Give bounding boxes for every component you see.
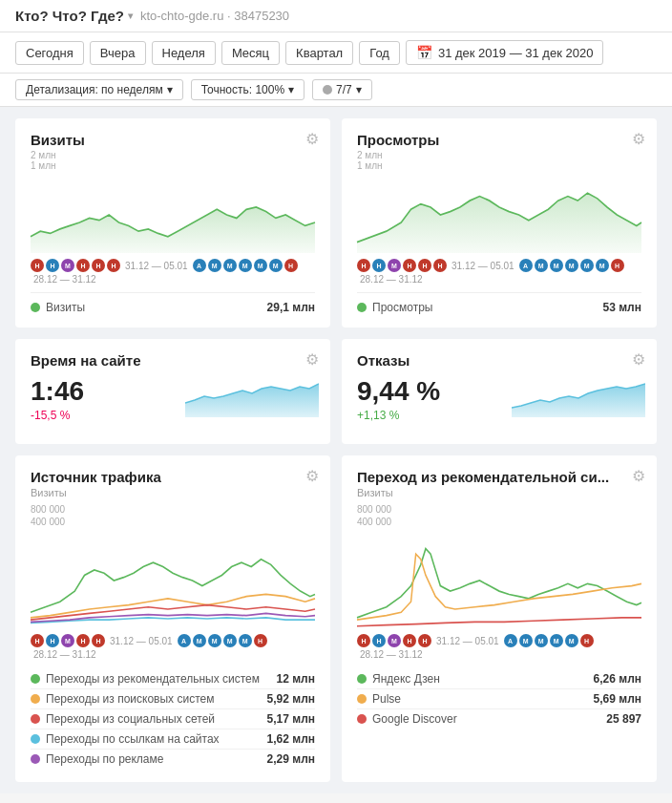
date-range-label: 31 дек 2019 — 31 дек 2020 [438, 46, 593, 60]
calendar-icon: 📅 [416, 45, 432, 60]
traffic-source-card: Источник трафика ⚙ Визиты 800 000 400 00… [15, 455, 330, 782]
site-url: kto-chto-gde.ru · 38475230 [140, 9, 289, 23]
pageviews-title: Просмотры [357, 132, 439, 148]
ts-gear[interactable]: ⚙ [305, 467, 319, 485]
period-year[interactable]: Год [359, 41, 400, 65]
ref-legend-2: Google Discover 25 897 [357, 708, 641, 729]
visits-label: Визиты [46, 301, 85, 314]
ts-chart [31, 533, 315, 628]
ts-y2: 400 000 [31, 517, 65, 527]
ts-legend-1: Переходы из поисковых систем 5,92 млн [31, 688, 315, 708]
top-bar: Кто? Что? Где? ▾ kto-chto-gde.ru · 38475… [0, 0, 672, 32]
visits-y1: 2 млн [31, 150, 56, 160]
period-week[interactable]: Неделя [152, 41, 216, 65]
ref-legend-1: Pulse 5,69 млн [357, 688, 641, 708]
site-name: Кто? Что? Где? [15, 8, 124, 24]
pv-y2: 1 млн [357, 160, 383, 171]
pageviews-card: Просмотры ⚙ 2 млн 1 млн [342, 118, 657, 328]
ts-period-markers: Н Н М Н Н 31.12 — 05.01 А М М М М Н 28.1… [31, 634, 315, 660]
ts-legend-3: Переходы по ссылкам на сайтах 1,62 млн [31, 729, 315, 749]
count-filter[interactable]: 7/7 ▾ [312, 79, 372, 100]
pageviews-gear[interactable]: ⚙ [632, 130, 645, 148]
ts-title: Источник трафика [31, 469, 161, 485]
ref-gear[interactable]: ⚙ [632, 467, 645, 485]
period-toolbar: Сегодня Вчера Неделя Месяц Квартал Год 📅… [0, 32, 672, 74]
bounce-title: Отказы [357, 352, 410, 369]
ref-period-markers: Н Н М Н Н 31.12 — 05.01 А М М М М Н 28.1… [357, 634, 641, 660]
referral-card: Переход из рекомендательной си... ⚙ Визи… [342, 455, 657, 782]
period-quarter[interactable]: Квартал [285, 41, 353, 65]
visits-dot [31, 303, 40, 312]
period-today[interactable]: Сегодня [15, 41, 84, 65]
visits-title: Визиты [31, 132, 85, 148]
pv-label: Просмотры [372, 301, 432, 314]
ts-subtitle: Визиты [31, 487, 315, 498]
ref-subtitle: Визиты [357, 487, 641, 498]
tos-title: Время на сайте [31, 352, 141, 369]
visits-chart [31, 177, 315, 253]
detail-filter[interactable]: Детализация: по неделям ▾ [15, 79, 183, 100]
ts-legend-4: Переходы по рекламе 2,29 млн [31, 749, 315, 769]
period-yesterday[interactable]: Вчера [90, 41, 146, 65]
visits-value: 29,1 млн [267, 301, 315, 314]
ref-title: Переход из рекомендательной си... [357, 469, 609, 485]
accuracy-filter[interactable]: Точность: 100% ▾ [191, 79, 304, 100]
main-content: Визиты ⚙ 2 млн 1 млн [0, 107, 672, 793]
tos-chart [185, 360, 319, 417]
bounce-chart [512, 360, 645, 417]
pageviews-chart [357, 177, 641, 253]
ts-y1: 800 000 [31, 504, 65, 515]
visits-legend: Визиты 29,1 млн [31, 292, 315, 314]
pageviews-legend: Просмотры 53 млн [357, 292, 641, 314]
ref-y1: 800 000 [357, 504, 391, 515]
site-title[interactable]: Кто? Что? Где? ▾ [15, 8, 133, 24]
ref-legend-0: Яндекс Дзен 6,26 млн [357, 669, 641, 688]
pv-period-markers: Н Н М Н Н Н 31.12 — 05.01 А М М М М М Н … [357, 259, 641, 285]
ts-legend-0: Переходы из рекомендательных систем 12 м… [31, 669, 315, 688]
filter-toolbar: Детализация: по неделям ▾ Точность: 100%… [0, 74, 672, 107]
cards-grid: Визиты ⚙ 2 млн 1 млн [15, 118, 657, 782]
dropdown-chevron: ▾ [128, 11, 133, 21]
ts-legend-list: Переходы из рекомендательных систем 12 м… [31, 669, 315, 769]
bounce-card: Отказы ⚙ 9,44 % +1,13 % [342, 339, 657, 444]
visits-y2: 1 млн [31, 160, 56, 171]
visits-gear[interactable]: ⚙ [305, 130, 319, 148]
date-range-picker[interactable]: 📅 31 дек 2019 — 31 дек 2020 [406, 40, 603, 65]
timeonsite-card: Время на сайте ⚙ 1:46 -15,5 % [15, 339, 330, 444]
filter-dot [323, 85, 332, 95]
pv-dot [357, 303, 367, 312]
ref-chart [357, 533, 641, 628]
pv-y1: 2 млн [357, 150, 383, 160]
period-month[interactable]: Месяц [221, 41, 280, 65]
visits-card: Визиты ⚙ 2 млн 1 млн [15, 118, 330, 328]
ref-legend-list: Яндекс Дзен 6,26 млн Pulse 5,69 млн Goog… [357, 669, 641, 729]
visits-period-markers: Н Н М Н Н Н 31.12 — 05.01 А М М М М М Н … [31, 259, 315, 285]
ref-y2: 400 000 [357, 517, 391, 527]
pv-value: 53 млн [603, 301, 641, 314]
ts-legend-2: Переходы из социальных сетей 5,17 млн [31, 708, 315, 729]
